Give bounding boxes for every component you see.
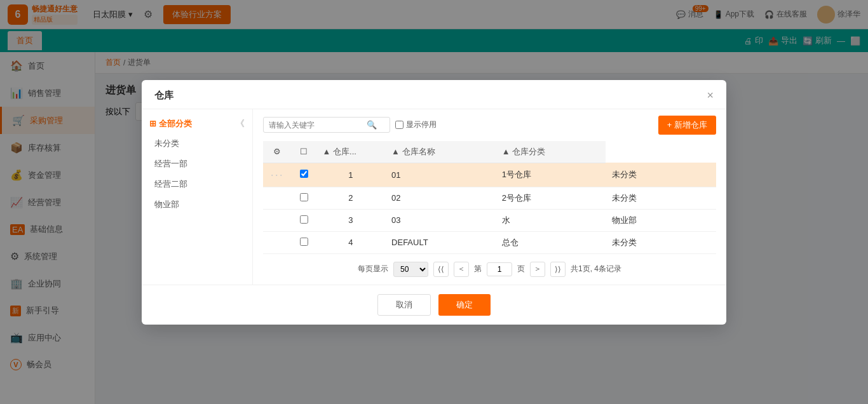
warehouse-table-wrap: ⚙ ☐ ▲ 仓库... ▲ 仓库名称 ▲ 仓库分类 ··· 1 01 1号仓库 … xyxy=(253,141,726,254)
row-name-0: 1号仓库 xyxy=(496,163,606,187)
table-row[interactable]: 3 03 水 物业部 xyxy=(263,209,716,231)
collapse-button[interactable]: 《 xyxy=(236,118,245,130)
row-category-2: 物业部 xyxy=(606,209,716,231)
next-page-button[interactable]: ＞ xyxy=(530,262,545,277)
category-property[interactable]: 物业部 xyxy=(142,194,252,215)
row-gear-cell-1 xyxy=(263,187,292,209)
row-code-0: 01 xyxy=(385,163,496,187)
row-check-cell-0[interactable] xyxy=(292,163,316,187)
row-category-1: 未分类 xyxy=(606,187,716,209)
row-code-3: DEFAULT xyxy=(385,231,496,253)
table-header-row: ⚙ ☐ ▲ 仓库... ▲ 仓库名称 ▲ 仓库分类 xyxy=(263,141,716,163)
row-name-2: 水 xyxy=(496,209,606,231)
row-number-3: 4 xyxy=(316,231,386,253)
row-check-cell-1[interactable] xyxy=(292,187,316,209)
th-code: ▲ 仓库... xyxy=(316,141,386,163)
table-row[interactable]: 2 02 2号仓库 未分类 xyxy=(263,187,716,209)
modal-toolbar: 🔍 显示停用 + 新增仓库 xyxy=(253,109,726,141)
show-disabled-checkbox[interactable] xyxy=(395,121,403,129)
row-number-1: 2 xyxy=(316,187,386,209)
row-name-3: 总仓 xyxy=(496,231,606,253)
all-category[interactable]: ⊞ 全部分类 xyxy=(149,118,192,130)
th-gear: ⚙ xyxy=(263,141,292,163)
search-icon[interactable]: 🔍 xyxy=(367,120,377,130)
last-page-button[interactable]: ⟩⟩ xyxy=(550,262,566,277)
row-check-cell-3[interactable] xyxy=(292,231,316,253)
table-row[interactable]: ··· 1 01 1号仓库 未分类 xyxy=(263,163,716,187)
row-check-cell-2[interactable] xyxy=(292,209,316,231)
category-unclassified[interactable]: 未分类 xyxy=(142,133,252,154)
pagination-summary: 共1页, 4条记录 xyxy=(571,264,621,274)
row-category-3: 未分类 xyxy=(606,231,716,253)
row-gear-cell-0: ··· xyxy=(263,163,292,187)
row-code-2: 03 xyxy=(385,209,496,231)
modal-categories: ⊞ 全部分类 《 未分类 经营一部 经营二部 物业部 xyxy=(142,109,253,285)
modal-main: 🔍 显示停用 + 新增仓库 ⚙ ☐ xyxy=(253,109,726,285)
category-ops2[interactable]: 经营二部 xyxy=(142,174,252,194)
warehouse-table: ⚙ ☐ ▲ 仓库... ▲ 仓库名称 ▲ 仓库分类 ··· 1 01 1号仓库 … xyxy=(263,141,716,254)
th-category: ▲ 仓库分类 xyxy=(496,141,606,163)
modal-title: 仓库 xyxy=(154,90,173,102)
search-box: 🔍 xyxy=(263,117,390,133)
row-category-0: 未分类 xyxy=(606,163,716,187)
table-row[interactable]: 4 DEFAULT 总仓 未分类 xyxy=(263,231,716,253)
page-number-input[interactable] xyxy=(487,262,512,276)
row-gear-cell-3 xyxy=(263,231,292,253)
category-ops1[interactable]: 经营一部 xyxy=(142,154,252,174)
category-header: ⊞ 全部分类 《 xyxy=(142,114,252,133)
modal-body: ⊞ 全部分类 《 未分类 经营一部 经营二部 物业部 🔍 xyxy=(142,109,726,285)
th-check: ☐ xyxy=(292,141,316,163)
per-page-select[interactable]: 50 20 100 xyxy=(393,262,428,277)
cancel-button[interactable]: 取消 xyxy=(377,294,431,316)
row-number-0: 1 xyxy=(316,163,386,187)
modal-footer: 取消 确定 xyxy=(142,285,726,325)
first-page-button[interactable]: ⟨⟨ xyxy=(433,262,449,277)
row-gear-cell-2 xyxy=(263,209,292,231)
search-input[interactable] xyxy=(269,121,364,130)
modal-header: 仓库 × xyxy=(142,80,726,109)
new-warehouse-button[interactable]: + 新增仓库 xyxy=(658,116,716,135)
modal-overlay: 仓库 × ⊞ 全部分类 《 未分类 经营一部 经营二部 物业部 xyxy=(0,0,868,404)
th-name: ▲ 仓库名称 xyxy=(385,141,496,163)
prev-page-button[interactable]: ＜ xyxy=(454,262,469,277)
row-name-1: 2号仓库 xyxy=(496,187,606,209)
pagination: 每页显示 50 20 100 ⟨⟨ ＜ 第 页 ＞ ⟩⟩ 共1页, 4条记录 xyxy=(253,254,726,285)
show-disabled-label[interactable]: 显示停用 xyxy=(395,119,437,130)
grid-icon: ⊞ xyxy=(149,119,156,128)
warehouse-modal: 仓库 × ⊞ 全部分类 《 未分类 经营一部 经营二部 物业部 xyxy=(142,80,726,325)
modal-close-button[interactable]: × xyxy=(707,89,714,102)
row-code-1: 02 xyxy=(385,187,496,209)
row-number-2: 3 xyxy=(316,209,386,231)
confirm-button[interactable]: 确定 xyxy=(438,294,491,316)
